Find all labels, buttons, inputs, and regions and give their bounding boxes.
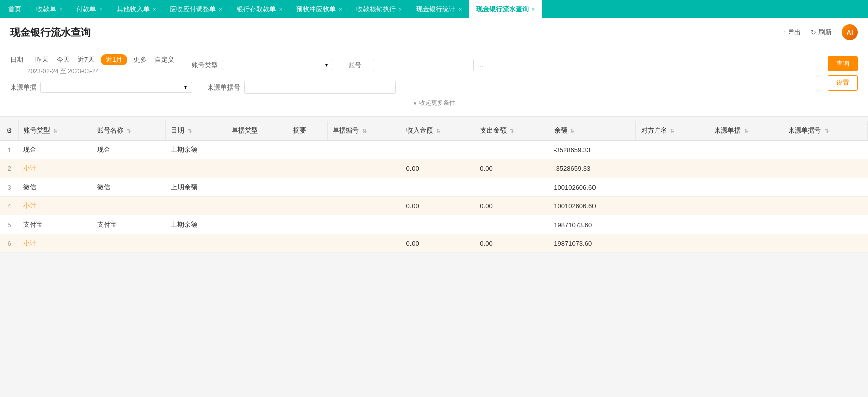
refresh-button[interactable]: ↻ 刷新: [811, 28, 832, 37]
source-doc-chevron-icon: ▾: [184, 84, 187, 90]
account-input[interactable]: [373, 59, 474, 71]
date-btn-1month[interactable]: 近1月: [101, 54, 127, 65]
col-date[interactable]: 日期 ⇅: [166, 121, 226, 141]
close-tab-3-icon[interactable]: ×: [219, 6, 222, 12]
row-num: 6: [0, 234, 18, 253]
table-row: 3微信微信上期余额100102606.60: [0, 178, 868, 197]
sort-source-doc-no-icon: ⇅: [825, 128, 829, 134]
row-account-name: [92, 159, 166, 178]
sort-source-doc-icon: ⇅: [744, 128, 748, 134]
row-num: 4: [0, 197, 18, 215]
page-header: 现金银行流水查询 ↑ 导出 ↻ 刷新 Ai: [0, 18, 868, 47]
row-income: 0.00: [401, 234, 475, 253]
close-tab-8-icon[interactable]: ×: [532, 6, 535, 12]
nav-tab-7[interactable]: 现金银行统计 ×: [409, 0, 469, 18]
sort-income-icon: ⇅: [436, 128, 440, 134]
data-table: ⚙ 账号类型 ⇅ 账号名称 ⇅ 日期 ⇅ 单据类型 摘要 单据编号 ⇅ 收入金额…: [0, 121, 868, 253]
sort-counterparty-icon: ⇅: [670, 128, 674, 134]
nav-tab-8[interactable]: 现金银行流水查询 ×: [469, 0, 542, 18]
col-counterparty[interactable]: 对方户名 ⇅: [635, 121, 709, 141]
sort-date-icon: ⇅: [188, 128, 192, 134]
row-balance: 100102606.60: [549, 197, 635, 215]
row-source-doc-no: [783, 141, 868, 159]
row-doc-no: [328, 178, 401, 197]
col-balance[interactable]: 余额 ⇅: [549, 121, 635, 141]
row-doc-type: [226, 197, 288, 215]
row-balance: -3528659.33: [549, 141, 635, 159]
col-settings[interactable]: ⚙: [0, 121, 18, 141]
date-btn-yesterday[interactable]: 昨天: [33, 54, 51, 65]
row-source-doc: [709, 159, 783, 178]
row-balance: 100102606.60: [549, 178, 635, 197]
date-btn-today[interactable]: 今天: [55, 54, 72, 65]
nav-tab-2[interactable]: 其他收入单 ×: [110, 0, 163, 18]
row-account-type: 现金: [18, 141, 92, 159]
sort-account-type-icon: ⇅: [53, 128, 57, 134]
row-summary: [288, 215, 327, 234]
close-tab-4-icon[interactable]: ×: [279, 6, 282, 12]
close-tab-5-icon[interactable]: ×: [339, 6, 342, 12]
row-summary: [288, 234, 327, 253]
col-source-doc-no[interactable]: 来源单据号 ⇅: [783, 121, 868, 141]
nav-tab-6[interactable]: 收款核销执行 ×: [349, 0, 409, 18]
close-tab-6-icon[interactable]: ×: [399, 6, 402, 12]
nav-tab-0[interactable]: 收款单 ×: [29, 0, 69, 18]
row-expense: [475, 141, 549, 159]
col-income[interactable]: 收入金额 ⇅: [401, 121, 475, 141]
close-tab-7-icon[interactable]: ×: [459, 6, 462, 12]
account-more-button[interactable]: ...: [478, 61, 483, 69]
row-balance: 19871073.60: [549, 215, 635, 234]
row-doc-no: [328, 215, 401, 234]
row-account-type: 小计: [18, 197, 92, 215]
row-account-name: [92, 197, 166, 215]
date-buttons: 昨天 今天 近7天 近1月 更多 自定义: [33, 54, 176, 65]
sort-balance-icon: ⇅: [570, 128, 574, 134]
nav-home[interactable]: 首页: [0, 0, 29, 18]
settings-button[interactable]: 设置: [828, 75, 858, 91]
source-doc-no-label: 来源单据号: [207, 83, 240, 92]
row-account-type: 支付宝: [18, 215, 92, 234]
row-summary: [288, 159, 327, 178]
col-account-name[interactable]: 账号名称 ⇅: [92, 121, 166, 141]
col-source-doc[interactable]: 来源单据 ⇅: [709, 121, 783, 141]
ai-avatar[interactable]: Ai: [842, 24, 858, 40]
col-doc-no[interactable]: 单据编号 ⇅: [328, 121, 401, 141]
table-row: 6小计0.000.0019871073.60: [0, 234, 868, 253]
date-btn-more[interactable]: 更多: [131, 54, 149, 65]
close-tab-1-icon[interactable]: ×: [99, 6, 102, 12]
table-row: 2小计0.000.00-3528659.33: [0, 159, 868, 178]
close-tab-2-icon[interactable]: ×: [153, 6, 156, 12]
date-btn-custom[interactable]: 自定义: [153, 54, 176, 65]
nav-tab-4[interactable]: 银行存取款单 ×: [230, 0, 289, 18]
export-button[interactable]: ↑ 导出: [783, 28, 801, 37]
row-doc-type: [226, 141, 288, 159]
row-date: 上期余额: [166, 215, 226, 234]
row-expense: 0.00: [475, 197, 549, 215]
account-type-select[interactable]: ▾: [222, 60, 333, 70]
row-account-name: 微信: [92, 178, 166, 197]
collapse-bar[interactable]: ∧ 收起更多条件: [10, 97, 858, 109]
row-num: 3: [0, 178, 18, 197]
date-btn-7days[interactable]: 近7天: [76, 54, 97, 65]
sort-doc-no-icon: ⇅: [362, 128, 367, 134]
export-icon: ↑: [783, 29, 786, 36]
row-account-type: 小计: [18, 159, 92, 178]
nav-tab-3[interactable]: 应收应付调整单 ×: [163, 0, 229, 18]
query-button[interactable]: 查询: [828, 56, 858, 71]
row-date: 上期余额: [166, 178, 226, 197]
row-expense: 0.00: [475, 159, 549, 178]
row-source-doc-no: [783, 234, 868, 253]
close-tab-0-icon[interactable]: ×: [59, 6, 62, 12]
source-doc-select[interactable]: ▾: [40, 82, 192, 93]
row-counterparty: [635, 197, 709, 215]
nav-tab-5[interactable]: 预收冲应收单 ×: [289, 0, 349, 18]
row-account-type: 小计: [18, 234, 92, 253]
row-doc-type: [226, 159, 288, 178]
col-expense[interactable]: 支出金额 ⇅: [475, 121, 549, 141]
row-source-doc: [709, 178, 783, 197]
row-summary: [288, 178, 327, 197]
nav-tab-1[interactable]: 付款单 ×: [69, 0, 109, 18]
row-summary: [288, 141, 327, 159]
col-account-type[interactable]: 账号类型 ⇅: [18, 121, 92, 141]
source-doc-no-input[interactable]: [244, 81, 396, 94]
